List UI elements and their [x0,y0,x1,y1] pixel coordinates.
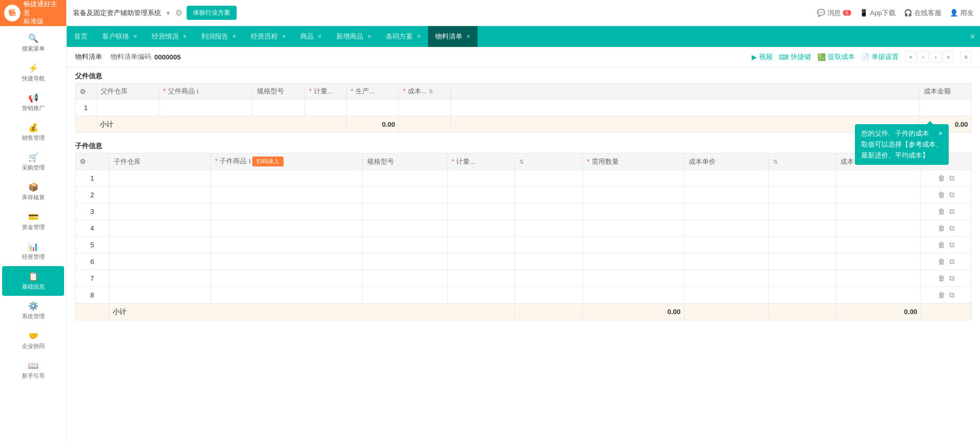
child-spec-cell[interactable] [363,187,447,203]
parent-cost-sort-icon[interactable]: ⇅ [428,88,433,94]
online-service-button[interactable]: 🎧 在线客服 [904,8,941,18]
parent-product-info-icon[interactable]: ℹ [197,88,199,94]
tab-products[interactable]: 商品 × [293,26,329,47]
tab-newproduct-close[interactable]: × [368,33,371,40]
tab-products-close[interactable]: × [318,33,322,40]
child-unit-cell[interactable] [447,270,515,287]
child-spec-cell[interactable] [363,237,447,254]
prev-page-button[interactable]: ‹ [917,51,929,63]
delete-row-icon[interactable]: 🗑 [938,207,945,215]
tab-customers-close[interactable]: × [133,33,137,40]
child-warehouse-cell[interactable] [109,203,211,220]
child-spec-cell[interactable] [363,287,447,304]
child-unit-cell[interactable] [447,220,515,237]
sidebar-item-collab[interactable]: 🤝 企业协同 [0,326,66,355]
copy-row-icon[interactable]: ⧉ [949,207,954,215]
parent-cost-cell[interactable] [399,100,451,116]
sidebar-item-inventory[interactable]: 📦 库存核算 [0,177,66,207]
child-product-cell[interactable] [211,187,363,203]
tab-bom-close[interactable]: × [467,33,470,40]
tab-barcode-close[interactable]: × [417,33,421,40]
child-spec-cell[interactable] [363,270,447,287]
tooltip-close-button[interactable]: × [938,128,942,139]
copy-row-icon[interactable]: ⧉ [949,174,954,182]
sidebar-item-basicinfo[interactable]: 📋 基础信息 [2,266,64,296]
child-warehouse-cell[interactable] [109,254,211,270]
child-product-cell[interactable] [211,254,363,270]
child-product-cell[interactable] [211,170,363,187]
child-spec-cell[interactable] [363,220,447,237]
sidebar-item-search[interactable]: 🔍 搜索菜单 [0,28,66,58]
child-unit-cell[interactable] [447,254,515,270]
delete-row-icon[interactable]: 🗑 [938,291,945,299]
copy-row-icon[interactable]: ⧉ [949,224,954,232]
child-product-info-icon[interactable]: ℹ [249,158,251,164]
copy-row-icon[interactable]: ⧉ [949,257,954,266]
child-product-cell[interactable] [211,237,363,254]
last-page-button[interactable]: » [942,51,954,63]
child-warehouse-cell[interactable] [109,220,211,237]
delete-row-icon[interactable]: 🗑 [938,274,945,282]
child-product-cell[interactable] [211,220,363,237]
sidebar-item-guide[interactable]: 📖 新手引导 [0,355,66,385]
child-product-cell[interactable] [211,203,363,220]
sidebar-item-sales[interactable]: 💰 销售管理 [0,117,66,147]
child-quantity-cell[interactable] [582,287,684,304]
delete-row-icon[interactable]: 🗑 [938,241,945,249]
copy-row-icon[interactable]: ⧉ [949,241,954,249]
sidebar-item-operations[interactable]: 📊 经营管理 [0,236,66,266]
child-unit-price-cell[interactable] [684,187,768,203]
view-video-button[interactable]: ▶ 视频 [752,52,773,62]
child-unit-cell[interactable] [447,237,515,254]
child-unit-price-cell[interactable] [684,287,768,304]
child-product-cell[interactable] [211,287,363,304]
child-quantity-cell[interactable] [582,220,684,237]
child-quantity-cell[interactable] [582,237,684,254]
app-download-button[interactable]: 📱 App下载 [860,8,896,18]
tab-bom[interactable]: 物料清单 × [428,26,477,47]
sidebar-item-purchase[interactable]: 🛒 采购管理 [0,147,66,177]
close-all-tabs[interactable]: ✕ [965,32,980,41]
child-quantity-cell[interactable] [582,170,684,187]
tab-barcode[interactable]: 条码方案 × [378,26,428,47]
tab-operations[interactable]: 经营情况 × [144,26,194,47]
topbar-dropdown-icon[interactable]: ▼ [165,10,171,16]
child-quantity-cell[interactable] [582,187,684,203]
extract-cost-button[interactable]: 💹 提取成本 [817,52,855,62]
parent-warehouse-cell[interactable] [96,100,159,116]
tab-profit-close[interactable]: × [232,33,236,40]
shortcut-button[interactable]: ⌨ 快捷键 [779,52,811,62]
tab-profit[interactable]: 利润报告 × [194,26,243,47]
first-page-button[interactable]: « [905,51,916,63]
child-quantity-cell[interactable] [582,270,684,287]
child-unit-price-cell[interactable] [684,170,768,187]
next-page-button[interactable]: › [930,51,941,63]
child-quantity-cell[interactable] [582,203,684,220]
tab-customers[interactable]: 客户联络 × [95,26,144,47]
tab-newproduct[interactable]: 新增商品 × [329,26,378,47]
delete-row-icon[interactable]: 🗑 [938,174,945,182]
child-unit-cell[interactable] [447,187,515,203]
child-spec-cell[interactable] [363,203,447,220]
child-warehouse-cell[interactable] [109,287,211,304]
child-unit-price-cell[interactable] [684,220,768,237]
parent-production-cell[interactable] [347,100,399,116]
settings-icon[interactable]: ⚙ [175,8,182,18]
child-unit-price-cell[interactable] [684,254,768,270]
grid-view-button[interactable]: ≡ [960,51,972,63]
tab-home[interactable]: 首页 [67,26,95,47]
sidebar-item-system[interactable]: ⚙️ 系统管理 [0,296,66,326]
sidebar-item-marketing[interactable]: 📢 营销推广 [0,88,66,117]
child-unit-price-cell[interactable] [684,270,768,287]
child-unit-price-cell[interactable] [684,203,768,220]
child-unit-price-cell[interactable] [684,237,768,254]
parent-product-cell[interactable] [159,100,253,116]
th-parent-settings[interactable]: ⚙ [76,83,96,100]
child-spec-cell[interactable] [363,254,447,270]
tab-operations-close[interactable]: × [183,33,187,40]
parent-unit-cell[interactable] [305,100,347,116]
child-warehouse-cell[interactable] [109,187,211,203]
delete-row-icon[interactable]: 🗑 [938,224,945,232]
copy-row-icon[interactable]: ⧉ [949,291,954,299]
trial-button[interactable]: 体验行业方案 [187,6,237,20]
